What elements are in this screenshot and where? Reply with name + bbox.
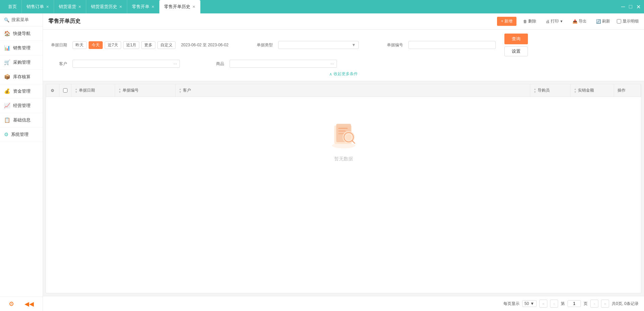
sidebar-item-sales-mgmt[interactable]: 📊 销售管理 [0,41,43,55]
th-action: 操作 [614,84,641,97]
page-number-input[interactable] [567,300,581,307]
goods-filter-label: 商品 [205,61,224,67]
delete-button[interactable]: 🗑 删除 [521,17,539,25]
date-btn-more[interactable]: 更多 [141,41,155,49]
empty-text: 暂无数据 [334,156,353,162]
tab-sales-return-label: 销货退货 [59,4,76,10]
sidebar-item-purchase-mgmt[interactable]: 🛒 采购管理 [0,55,43,70]
refresh-button[interactable]: 🔄 刷新 [593,17,613,25]
sidebar-item-operations-label: 经营管理 [13,103,31,109]
goods-select[interactable]: ··· [230,60,337,68]
sidebar-item-base-info-label: 基础信息 [13,117,31,123]
date-btn-1month[interactable]: 近1月 [123,41,140,49]
select-all-checkbox[interactable] [63,88,67,93]
th-billno[interactable]: ▲▼ 单据编号 [115,84,176,97]
th-amount[interactable]: ▲▼ 实销金额 [571,84,614,97]
customer-sort-icon: ▲▼ [179,88,182,94]
top-tabbar: 首页 销售订单 ✕ 销货退货 ✕ 销货退货历史 ✕ 零售开单 ✕ 零售开单历史 … [0,0,644,13]
date-sort-icon: ▲▼ [75,88,78,94]
export-button[interactable]: 📤 导出 [570,17,589,25]
date-filter-label: 单据日期 [48,42,67,48]
date-btn-custom[interactable]: 自定义 [157,41,176,49]
show-detail-checkbox[interactable]: 显示明细 [617,18,639,24]
page-size-arrow-icon: ▼ [530,301,534,306]
prev-page-button[interactable]: ‹ [550,300,558,308]
print-label: 打印 [551,18,559,24]
print-button[interactable]: 🖨 打印 ▼ [543,17,566,25]
delete-label: 删除 [528,18,536,24]
table-area: ⚙ ▲▼ 单据日期 ▲▼ 单据编号 ▲▼ 客户 ▲▼ [46,84,641,293]
page-title: 零售开单历史 [48,18,81,25]
settings-button[interactable]: 设置 [504,46,528,56]
sidebar-item-system-label: 系统管理 [11,132,29,138]
sidebar-item-base-info[interactable]: 📋 基础信息 [0,113,43,127]
th-customer[interactable]: ▲▼ 客户 [176,84,530,97]
date-btn-today[interactable]: 今天 [89,41,103,49]
bill-type-arrow-icon: ▼ [352,43,356,47]
first-page-button[interactable]: « [539,300,547,308]
per-page-label: 每页显示 [503,301,519,307]
show-detail-input[interactable] [617,19,621,23]
refresh-label: 刷新 [602,18,610,24]
tab-retail-history[interactable]: 零售开单历史 ✕ [159,0,200,13]
tab-sales-return-history[interactable]: 销货退货历史 ✕ [86,0,127,13]
gear-col-icon[interactable]: ⚙ [51,88,54,93]
customer-filter-label: 客户 [48,61,67,67]
sidebar-item-finance[interactable]: 💰 资金管理 [0,84,43,99]
maximize-icon[interactable]: □ [629,4,632,10]
sidebar-item-finance-label: 资金管理 [13,88,31,94]
minimize-icon[interactable]: ─ [621,4,625,10]
tab-retail-open-close[interactable]: ✕ [151,5,154,9]
export-label: 导出 [579,18,587,24]
refresh-icon: 🔄 [596,19,601,24]
bill-type-select[interactable]: ▼ [278,41,359,49]
th-checkbox[interactable] [59,84,71,97]
date-btn-yesterday[interactable]: 昨天 [72,41,87,49]
last-page-button[interactable]: » [601,300,609,308]
close-window-icon[interactable]: ✕ [636,4,641,10]
sidebar-search[interactable]: 🔍 搜索菜单 [0,13,43,27]
th-salesman[interactable]: ▲▼ 导购员 [530,84,571,97]
sidebar-item-system[interactable]: ⚙ 系统管理 [0,127,43,142]
sidebar-item-inventory[interactable]: 📦 库存核算 [0,70,43,84]
tab-retail-history-close[interactable]: ✕ [192,5,195,9]
bill-no-label: 单据编号 [384,42,403,48]
customer-select[interactable]: ··· [72,60,180,68]
customer-dots[interactable]: ··· [174,61,177,66]
toolbar: + 新增 🗑 删除 🖨 打印 ▼ 📤 导出 🔄 刷新 [497,17,639,26]
tab-sales-return-close[interactable]: ✕ [78,5,81,9]
date-range: 2023-06-02 至 2023-06-02 [181,42,228,48]
tab-sales-order-close[interactable]: ✕ [46,5,49,9]
date-btn-7days[interactable]: 近7天 [105,41,121,49]
tab-retail-history-label: 零售开单历史 [164,4,190,10]
main-layout: 🔍 搜索菜单 🏠 快捷导航 📊 销售管理 🛒 采购管理 📦 库存核算 💰 资金管… [0,13,644,311]
th-gear[interactable]: ⚙ [46,84,59,97]
tab-home[interactable]: 首页 [3,0,22,13]
page-size-select[interactable]: 50 ▼ [522,300,537,307]
bill-no-input[interactable] [408,41,496,49]
pagination: 每页显示 50 ▼ « ‹ 第 页 › » 共0页, 0条记录 [43,296,644,311]
operations-icon: 📈 [4,103,10,109]
goods-dots[interactable]: ··· [331,61,334,66]
query-button[interactable]: 查询 [504,34,528,44]
collapse-sidebar-icon[interactable]: ◀◀ [24,300,34,308]
tab-sales-return[interactable]: 销货退货 ✕ [54,0,86,13]
sidebar-item-quick-nav[interactable]: 🏠 快捷导航 [0,27,43,41]
filter-area: 单据日期 昨天 今天 近7天 近1月 更多 自定义 2023-06-02 至 2… [43,30,644,81]
tab-sales-return-history-close[interactable]: ✕ [119,5,122,9]
th-customer-label: 客户 [183,88,191,93]
next-page-button[interactable]: › [590,300,598,308]
th-salesman-label: 导购员 [538,88,550,93]
system-icon: ⚙ [4,132,8,138]
collapse-conditions-btn[interactable]: ∧ 收起更多条件 [329,71,358,77]
settings-gear-icon[interactable]: ⚙ [9,300,14,308]
tab-retail-open[interactable]: 零售开单 ✕ [127,0,159,13]
th-date[interactable]: ▲▼ 单据日期 [71,84,115,97]
tab-sales-order[interactable]: 销售订单 ✕ [22,0,54,13]
search-icon: 🔍 [4,17,9,22]
add-button[interactable]: + 新增 [497,17,516,26]
collapse-label: 收起更多条件 [334,71,358,77]
amount-sort-icon: ▲▼ [574,88,577,94]
sidebar-item-operations[interactable]: 📈 经营管理 [0,99,43,113]
empty-state: 暂无数据 [46,97,641,182]
